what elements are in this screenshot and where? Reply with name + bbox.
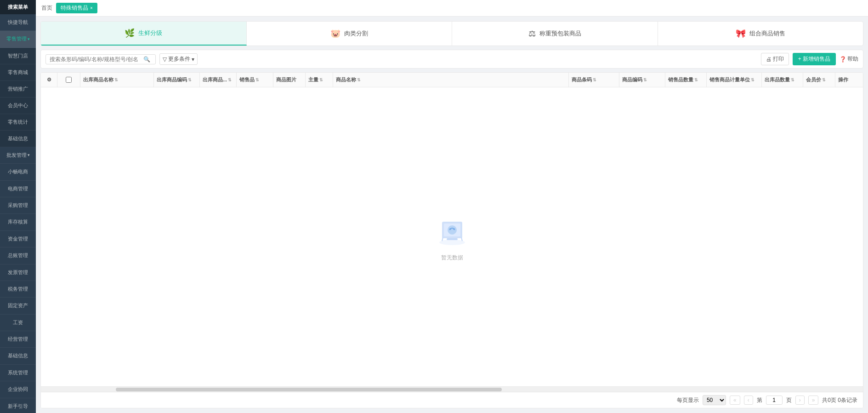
- th-out-goods-spec: 出库商品... ⇅: [200, 73, 237, 87]
- sidebar-logo[interactable]: 搜索菜单: [0, 0, 36, 14]
- sidebar: 搜索菜单 快捷导航 零售管理 ▾ 智慧门店 零售商城 营销推广 会员中心 零售统…: [0, 0, 36, 413]
- scale-icon: ⚖: [528, 29, 536, 39]
- sort-icon[interactable]: ⇅: [593, 78, 596, 82]
- table-header: ⚙ 出库商品名称 ⇅ 出库商品编码 ⇅ 出库商品... ⇅ 销售品: [41, 73, 863, 87]
- help-label: 帮助: [847, 55, 858, 63]
- th-sale-unit: 销售商品计量单位 ⇅: [707, 73, 762, 87]
- tab-weigh-pack[interactable]: ⚖ 称重预包装商品: [452, 22, 658, 46]
- sidebar-item-new-guide[interactable]: 新手引导: [0, 398, 36, 413]
- sidebar-item-ecom-mgmt[interactable]: 电商管理: [0, 181, 36, 197]
- filter-icon: ▽: [163, 56, 167, 63]
- sidebar-item-member-center[interactable]: 会员中心: [0, 98, 36, 114]
- next-page-button[interactable]: ›: [795, 396, 805, 405]
- empty-state: 暂无数据: [41, 87, 863, 386]
- prev-page-button[interactable]: ‹: [744, 396, 753, 405]
- sidebar-item-tax-mgmt[interactable]: 税务管理: [0, 281, 36, 298]
- pagination: 每页显示 50 10 20 100 « ‹ 第 页 › » 共0页 0条记录: [41, 392, 863, 408]
- page-input[interactable]: [766, 396, 783, 405]
- tab-meat-cut-label: 肉类分割: [344, 29, 368, 38]
- sort-icon[interactable]: ⇅: [255, 78, 259, 82]
- print-label: 打印: [773, 55, 784, 63]
- sort-icon[interactable]: ⇅: [319, 78, 323, 82]
- last-page-button[interactable]: »: [808, 396, 819, 405]
- th-out-goods-code: 出库商品编码 ⇅: [154, 73, 200, 87]
- sort-icon[interactable]: ⇅: [643, 78, 647, 82]
- sidebar-item-labor[interactable]: 工资: [0, 315, 36, 331]
- sidebar-item-basic-info2[interactable]: 基础信息: [0, 348, 36, 364]
- first-page-button[interactable]: «: [730, 396, 740, 405]
- empty-text: 暂无数据: [441, 254, 463, 262]
- tab-fresh-grade[interactable]: 🌿 生鲜分级: [41, 22, 247, 46]
- search-input[interactable]: [50, 56, 142, 63]
- sidebar-item-fixed-assets[interactable]: 固定资产: [0, 298, 36, 314]
- svg-rect-6: [447, 238, 458, 240]
- print-icon: 🖨: [766, 56, 772, 63]
- page-label-post: 页: [786, 396, 792, 404]
- per-page-select[interactable]: 50 10 20 100: [703, 395, 726, 405]
- sidebar-item-purchase-mgmt[interactable]: 采购管理: [0, 197, 36, 214]
- topbar-current-tab[interactable]: 特殊销售品 ×: [56, 3, 97, 13]
- sidebar-item-smart-store[interactable]: 智慧门店: [0, 48, 36, 64]
- topbar: 首页 特殊销售品 ×: [36, 0, 868, 17]
- th-out-qty: 出库品数量 ⇅: [762, 73, 803, 87]
- sidebar-item-inventory[interactable]: 库存核算: [0, 214, 36, 230]
- th-goods-barcode: 商品条码 ⇅: [569, 73, 619, 87]
- sidebar-item-quick-nav[interactable]: 快捷导航: [0, 14, 36, 31]
- chevron-down-icon: ▾: [28, 152, 30, 158]
- th-checkbox[interactable]: [57, 73, 80, 87]
- filter-label: 更多条件: [168, 55, 190, 63]
- tab-combo-sales[interactable]: 🎀 组合商品销售: [658, 22, 863, 46]
- th-sale-qty: 销售品数量 ⇅: [665, 73, 707, 87]
- tab-weigh-pack-label: 称重预包装商品: [539, 29, 581, 38]
- svg-point-5: [453, 228, 455, 230]
- sidebar-item-retail-mgmt[interactable]: 零售管理 ▾: [0, 31, 36, 47]
- close-icon[interactable]: ×: [90, 6, 93, 11]
- data-table: ⚙ 出库商品名称 ⇅ 出库商品编码 ⇅ 出库商品... ⇅ 销售品: [40, 72, 863, 408]
- th-out-goods-name: 出库商品名称 ⇅: [80, 73, 154, 87]
- sort-icon[interactable]: ⇅: [822, 78, 826, 82]
- select-all-checkbox[interactable]: [66, 77, 72, 83]
- sidebar-item-retail-stats[interactable]: 零售统计: [0, 114, 36, 131]
- svg-point-0: [439, 240, 465, 245]
- tab-meat-cut[interactable]: 🐷 肉类分割: [247, 22, 453, 46]
- search-box[interactable]: 🔍: [45, 54, 156, 64]
- th-member-price: 会员价 ⇅: [803, 73, 835, 87]
- sidebar-item-capital-mgmt[interactable]: 资金管理: [0, 231, 36, 247]
- sort-icon[interactable]: ⇅: [694, 78, 698, 82]
- filter-button[interactable]: ▽ 更多条件 ▾: [159, 53, 198, 65]
- search-icon[interactable]: 🔍: [143, 56, 150, 63]
- sidebar-item-retail-mall[interactable]: 零售商城: [0, 64, 36, 81]
- toolbar-left: 🔍 ▽ 更多条件 ▾: [45, 53, 198, 65]
- sidebar-item-mini-ecom[interactable]: 小畅电商: [0, 164, 36, 180]
- help-button[interactable]: ❓ 帮助: [840, 55, 858, 63]
- sidebar-item-basic-info[interactable]: 基础信息: [0, 131, 36, 147]
- sort-icon[interactable]: ⇅: [114, 78, 118, 82]
- page-label-pre: 第: [757, 396, 762, 404]
- th-goods-img: 商品图片: [273, 73, 306, 87]
- th-setting[interactable]: ⚙: [41, 73, 57, 87]
- sort-icon[interactable]: ⇅: [188, 78, 192, 82]
- sidebar-item-enterprise[interactable]: 企业协同: [0, 381, 36, 398]
- sidebar-item-operations-mgmt[interactable]: 经营管理: [0, 331, 36, 348]
- sidebar-item-wholesale-mgmt[interactable]: 批发管理 ▾: [0, 147, 36, 164]
- th-goods-code: 商品编码 ⇅: [619, 73, 665, 87]
- sort-icon[interactable]: ⇅: [228, 78, 232, 82]
- sidebar-item-system-mgmt[interactable]: 系统管理: [0, 365, 36, 381]
- th-sale-goods: 销售品 ⇅: [237, 73, 273, 87]
- horizontal-scrollbar[interactable]: [41, 386, 863, 392]
- svg-point-4: [449, 228, 451, 230]
- topbar-home-link[interactable]: 首页: [41, 4, 52, 12]
- th-main-unit: 主量 ⇅: [306, 73, 333, 87]
- sort-icon[interactable]: ⇅: [751, 78, 755, 82]
- sort-icon[interactable]: ⇅: [357, 78, 361, 82]
- sidebar-item-invoice-mgmt[interactable]: 发票管理: [0, 264, 36, 281]
- topbar-tab-label: 特殊销售品: [61, 4, 88, 12]
- th-goods-name: 商品名称 ⇅: [333, 73, 569, 87]
- tab-fresh-grade-label: 生鲜分级: [138, 29, 162, 37]
- new-sales-item-button[interactable]: + 新增销售品: [793, 53, 836, 65]
- sort-icon[interactable]: ⇅: [791, 78, 794, 82]
- sidebar-item-general-ledger[interactable]: 总账管理: [0, 247, 36, 264]
- sidebar-item-sales-promo[interactable]: 营销推广: [0, 81, 36, 98]
- scrollbar-thumb[interactable]: [116, 388, 502, 391]
- print-button[interactable]: 🖨 打印: [761, 53, 789, 65]
